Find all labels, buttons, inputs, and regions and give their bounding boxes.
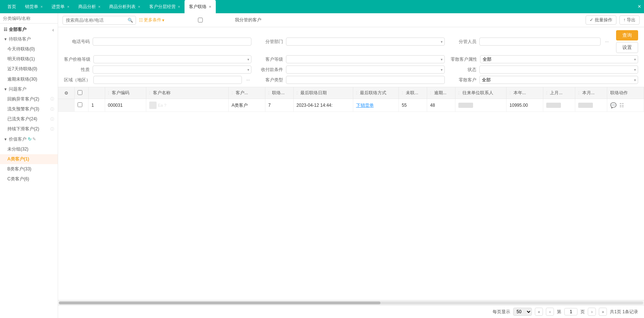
close-all-tabs[interactable]: × — [638, 3, 641, 10]
col-sep-last-date: : — [297, 90, 298, 95]
my-customers-checkbox[interactable]: 我分管的客户 — [167, 17, 261, 23]
page-size-select[interactable]: 50 10 20 100 — [513, 308, 532, 316]
nav-tab-product-analysis[interactable]: 商品分析 × — [74, 0, 105, 13]
refresh-icon[interactable]: ↻ — [28, 137, 32, 142]
row-contact-count-cell: 7 — [265, 99, 293, 112]
row-checkbox[interactable] — [78, 102, 82, 107]
settings-icon[interactable]: ⚙ — [64, 91, 68, 96]
nav-tab-home[interactable]: 首页 — [3, 0, 21, 13]
filter-select-retail-wrap: 全部 ▾ — [479, 76, 638, 84]
last-method-link[interactable]: 下销货单 — [356, 103, 374, 108]
nav-tab-purchase[interactable]: 进货单 × — [47, 0, 74, 13]
prev-page-btn[interactable]: ‹ — [546, 308, 554, 316]
col-code-header[interactable]: : 客户编码 — [105, 87, 146, 99]
horizontal-scrollbar[interactable] — [58, 300, 644, 305]
close-product-analysis-list-tab[interactable]: × — [138, 4, 140, 9]
close-product-analysis-tab[interactable]: × — [98, 4, 100, 9]
select-all-checkbox[interactable] — [78, 90, 82, 95]
nav-tab-customer-contact[interactable]: 客户联络 × — [185, 0, 215, 13]
close-sales-tab[interactable]: × — [40, 4, 43, 9]
sidebar-collapse-icon[interactable]: ‹ — [52, 27, 54, 33]
col-current-year-header[interactable]: : 本年... — [507, 87, 543, 99]
close-customer-contact-tab[interactable]: × — [209, 4, 211, 9]
query-button[interactable]: 查询 — [616, 30, 638, 40]
filter-select-dept[interactable] — [286, 38, 445, 46]
col-contact-count-header[interactable]: : 联络... — [265, 87, 293, 99]
nav-tab-customer-tier[interactable]: 客户分层经营 × — [145, 0, 185, 13]
col-not-contacted-header[interactable]: : 未联... — [399, 87, 427, 99]
page-label: 第 — [557, 309, 561, 315]
sidebar-item-overdue[interactable]: 逾期未联络(30) — [0, 74, 58, 84]
filter-select-customer-grade[interactable] — [286, 55, 445, 63]
row-contact-person-cell — [455, 99, 506, 112]
batch-ops-label[interactable]: ✓ 批量操作 — [586, 15, 616, 25]
problem-arrow-icon: ▼ — [4, 87, 7, 91]
col-last-date-header[interactable]: : 最后联络日期 — [293, 87, 353, 99]
filter-select-payment[interactable] — [286, 66, 445, 74]
col-sep-current-month: : — [578, 90, 579, 95]
filter-search-icon[interactable]: 🔍 — [128, 18, 133, 23]
filter-select-price-grade[interactable] — [93, 55, 251, 63]
filter-row-dept: 分管部门 ▾ — [257, 30, 445, 53]
close-purchase-tab[interactable]: × — [67, 4, 69, 9]
filter-select-nature[interactable] — [93, 66, 251, 74]
sidebar-item-churn-warning[interactable]: 流失预警客户(3) ⓘ — [0, 104, 58, 114]
setting-button[interactable]: 设置 — [616, 42, 638, 53]
sidebar-item-7days[interactable]: 近7天待联络(0) — [0, 64, 58, 74]
filter-label-dept: 分管部门 — [257, 39, 283, 45]
col-contact-person-header[interactable]: : 往来单位联系人 — [455, 87, 506, 99]
filter-input-manager[interactable] — [479, 38, 601, 46]
edit-group-icon[interactable]: ✎ — [32, 137, 36, 142]
filter-search-input[interactable] — [62, 16, 136, 25]
page-number-input[interactable] — [564, 308, 577, 315]
col-last-month-header[interactable]: : 上月... — [543, 87, 575, 99]
sidebar-section-problem[interactable]: ▼ 问题客户 — [0, 84, 58, 94]
sidebar-item-repurchase-abnormal[interactable]: 回购异常客户(2) ⓘ — [0, 94, 58, 104]
nav-tab-product-analysis-list[interactable]: 商品分析列表 × — [105, 0, 144, 13]
sidebar-item-churned[interactable]: 已流失客户(24) ⓘ — [0, 114, 58, 124]
menu-icon[interactable]: ☷ — [619, 102, 624, 108]
sidebar-item-ungroup[interactable]: 未分组(32) — [0, 144, 58, 154]
next-page-btn[interactable]: › — [588, 308, 596, 316]
filter-label-customer-type: 客户类型 — [257, 77, 283, 83]
sidebar-search-area: 🔍 — [0, 13, 58, 24]
sidebar-search-input[interactable] — [3, 16, 58, 21]
filter-input-phone[interactable] — [93, 38, 251, 46]
col-last-method-header[interactable]: : 最后联络方式 — [353, 87, 399, 99]
filter-input-customer-type[interactable] — [286, 76, 445, 84]
close-customer-tier-tab[interactable]: × — [178, 4, 180, 9]
col-sep-name: : — [149, 90, 150, 95]
row-index-cell: 1 — [88, 99, 105, 112]
my-customers-check[interactable] — [167, 18, 233, 22]
first-page-btn[interactable]: « — [535, 308, 543, 316]
filter-row-nature: 性质 ▾ — [64, 66, 251, 74]
chat-icon[interactable]: 💬 — [610, 102, 616, 108]
manager-dots-icon[interactable]: ··· — [604, 39, 610, 44]
sidebar-item-class-c[interactable]: C类客户(6) — [0, 174, 58, 184]
last-page-btn[interactable]: » — [599, 308, 607, 316]
nav-tab-sales[interactable]: 销货单 × — [21, 0, 47, 13]
export-btn[interactable]: ↑ 导出 — [619, 15, 640, 25]
last-month-blurred — [546, 103, 561, 108]
sidebar-item-tomorrow[interactable]: 明天待联络(1) — [0, 54, 58, 64]
sidebar-item-today[interactable]: 今天待联络(0) — [0, 44, 58, 54]
col-current-month-header[interactable]: : 本月... — [575, 87, 607, 99]
scroll-thumb[interactable] — [59, 301, 380, 304]
col-sep-overdue: : — [430, 90, 431, 95]
filter-input-region[interactable] — [93, 76, 242, 84]
sidebar-section-value[interactable]: ▼ 价值客户 ↻ ✎ — [0, 134, 58, 144]
filter-select-status[interactable] — [479, 66, 638, 74]
filter-more-conditions[interactable]: ☷ 更多条件 ▾ — [139, 17, 164, 23]
region-dots-icon[interactable]: ··· — [245, 77, 251, 82]
sidebar-all-customers-label[interactable]: 全部客户 — [9, 26, 26, 33]
sidebar-item-class-b[interactable]: B类客户(33) — [0, 164, 58, 174]
col-overdue-header[interactable]: : 逾期... — [427, 87, 455, 99]
sidebar-item-declining[interactable]: 持续下滑客户(2) ⓘ — [0, 124, 58, 134]
pending-arrow-icon: ▼ — [4, 37, 7, 41]
col-name-header[interactable]: : 客户名称 — [146, 87, 228, 99]
filter-select-retail-attr[interactable]: 全部 — [480, 55, 638, 63]
col-type-header[interactable]: : 客户... — [228, 87, 265, 99]
sidebar-section-pending[interactable]: ▼ 待联络客户 — [0, 34, 58, 44]
filter-select-retail[interactable]: 全部 — [479, 76, 638, 84]
sidebar-item-class-a[interactable]: A类客户(1) — [0, 154, 58, 164]
